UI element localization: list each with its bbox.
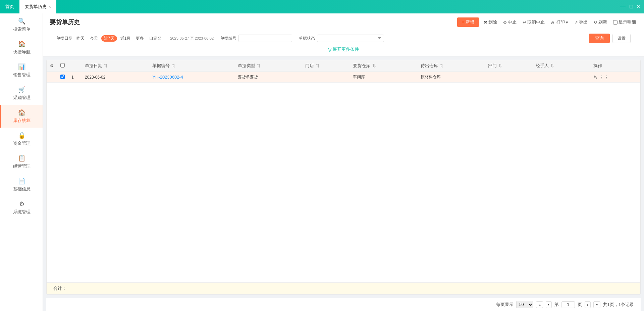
toolbar: + 新增 ✖ 删除 ⊘ 中止 ↩ 取消中止 🖨 打印 [457, 17, 637, 27]
topbar-controls: — □ × [620, 4, 644, 10]
sidebar-item-sales[interactable]: 📊 销售管理 [0, 59, 43, 82]
prev-page-button[interactable]: ‹ [546, 301, 552, 308]
sidebar-item-operation[interactable]: 📋 经营管理 [0, 150, 43, 173]
row-num: 1 [68, 72, 82, 83]
tab-history-label: 要货单历史 [25, 4, 47, 10]
sidebar-label-basic: 基础信息 [13, 186, 31, 192]
col-doctype[interactable]: 单据类型 ⇅ [234, 60, 302, 72]
new-button[interactable]: + 新增 [457, 17, 479, 27]
lock-icon: 🔒 [18, 132, 25, 139]
row-checkbox-cell [57, 72, 68, 83]
date-btn-yesterday[interactable]: 昨天 [74, 35, 87, 42]
expand-filter-button[interactable]: ⋁ 展开更多条件 [328, 46, 359, 52]
last-page-button[interactable]: » [593, 301, 600, 308]
stop-button[interactable]: ⊘ 中止 [502, 18, 518, 26]
tab-home[interactable]: 首页 [0, 0, 19, 13]
per-page-select[interactable]: 50 20 100 [516, 301, 533, 308]
sort-pending-warehouse-icon: ⇅ [440, 63, 443, 68]
cart-icon: 🛒 [18, 86, 25, 93]
row-department [485, 72, 532, 83]
sort-date-icon: ⇅ [104, 63, 108, 68]
filter-row-2: ⋁ 展开更多条件 [56, 44, 631, 52]
window-close-icon[interactable]: × [637, 4, 640, 10]
col-pending-warehouse[interactable]: 待出仓库 ⇅ [417, 60, 485, 72]
row-docno-link[interactable]: YH-20230602-4 [152, 75, 183, 80]
page-title-bar: 要货单历史 + 新增 ✖ 删除 ⊘ 中止 ↩ 取消中止 [50, 17, 637, 27]
row-more-icon[interactable]: ⋮⋮ [599, 75, 609, 80]
print-icon: 🖨 [551, 20, 555, 25]
row-edit-icon[interactable]: ✎ [593, 75, 597, 80]
col-date[interactable]: 单据日期 ⇅ [82, 60, 149, 72]
next-page-button[interactable]: › [585, 301, 591, 308]
first-page-button[interactable]: « [536, 301, 543, 308]
refresh-button[interactable]: ↻ 刷新 [592, 18, 608, 26]
sidebar-label-system: 系统管理 [13, 209, 31, 215]
sort-doctype-icon: ⇅ [257, 63, 261, 68]
content-area: 要货单历史 + 新增 ✖ 删除 ⊘ 中止 ↩ 取消中止 [43, 13, 644, 311]
print-label: 打印 [556, 19, 565, 25]
sidebar-item-search-menu[interactable]: 🔍 搜索菜单 [0, 13, 43, 36]
filter-area: 单据日期 昨天 今天 近7天 近1月 更多 自定义 2023-05-27 至 2… [50, 30, 637, 56]
row-checkbox[interactable] [60, 75, 65, 79]
show-detail-checkbox[interactable] [613, 20, 618, 25]
date-btn-more[interactable]: 更多 [134, 35, 146, 42]
show-detail-label: 显示明细 [619, 19, 636, 25]
delete-icon: ✖ [484, 20, 487, 25]
col-department[interactable]: 部门 ⇅ [485, 60, 532, 72]
date-btn-custom[interactable]: 自定义 [147, 35, 163, 42]
sidebar-item-finance[interactable]: 🔒 资金管理 [0, 128, 43, 150]
status-select[interactable] [317, 35, 384, 42]
show-detail-button[interactable]: 显示明细 [612, 18, 637, 26]
col-req-warehouse-label: 要货仓库 [353, 63, 370, 68]
col-req-warehouse[interactable]: 要货仓库 ⇅ [350, 60, 417, 72]
sidebar-item-quick-nav[interactable]: 🏠 快捷导航 [0, 36, 43, 59]
stop-icon: ⊘ [503, 20, 507, 25]
table-spacer [47, 83, 640, 282]
page-input[interactable] [561, 301, 575, 308]
date-btn-7days[interactable]: 近7天 [101, 35, 117, 42]
cancel-stop-label: 取消中止 [527, 19, 545, 25]
expand-icon: ⋁ [328, 47, 332, 52]
sidebar-item-purchase[interactable]: 🛒 采购管理 [0, 82, 43, 105]
date-btn-today[interactable]: 今天 [88, 35, 100, 42]
sidebar-item-inventory[interactable]: 🏠 库存核算 [0, 105, 43, 128]
sidebar-label-operation: 经营管理 [13, 163, 31, 169]
date-btn-1month[interactable]: 近1月 [118, 35, 133, 42]
filter-date-range: 2023-05-27 至 2023-06-02 [170, 36, 214, 41]
print-button[interactable]: 🖨 打印 ▾ [549, 18, 570, 26]
settings-button[interactable]: 设置 [612, 34, 631, 43]
export-button[interactable]: ↗ 导出 [573, 18, 589, 26]
select-all-checkbox[interactable] [60, 63, 65, 68]
tab-history[interactable]: 要货单历史 × [19, 0, 56, 13]
delete-button[interactable]: ✖ 删除 [482, 18, 498, 26]
sidebar-item-basic[interactable]: 📄 基础信息 [0, 173, 43, 196]
cancel-stop-button[interactable]: ↩ 取消中止 [521, 18, 546, 26]
doc-number-label: 单据编号 [220, 36, 236, 41]
status-filter-label: 单据状态 [299, 36, 315, 41]
date-filter-label: 单据日期 [56, 36, 72, 41]
row-pending-warehouse: 原材料仓库 [417, 72, 485, 83]
page-suffix: 页 [578, 302, 582, 308]
doc-number-input[interactable] [238, 35, 292, 42]
query-button[interactable]: 查询 [589, 34, 610, 43]
window-maximize-icon[interactable]: □ [630, 4, 633, 10]
col-store[interactable]: 门店 ⇅ [302, 60, 350, 72]
row-actions: ✎ ⋮⋮ [590, 72, 640, 83]
col-settings[interactable]: ⚙ [47, 60, 57, 72]
search-icon: 🔍 [18, 17, 25, 25]
filter-group-status: 单据状态 [299, 35, 384, 42]
row-settings [47, 72, 57, 83]
filter-row-1: 单据日期 昨天 今天 近7天 近1月 更多 自定义 2023-05-27 至 2… [56, 34, 631, 43]
export-label: 导出 [579, 19, 588, 25]
col-department-label: 部门 [488, 63, 497, 68]
date-buttons: 昨天 今天 近7天 近1月 更多 自定义 [74, 35, 163, 42]
data-table: ⚙ 单据日期 ⇅ 单据编号 ⇅ [47, 60, 640, 83]
sidebar-item-system[interactable]: ⚙ 系统管理 [0, 196, 43, 219]
tab-close-icon[interactable]: × [49, 4, 51, 9]
window-minimize-icon[interactable]: — [620, 4, 626, 10]
delete-label: 删除 [488, 19, 497, 25]
sidebar-label-purchase: 采购管理 [13, 95, 31, 101]
col-handler[interactable]: 经手人 ⇅ [532, 60, 590, 72]
col-docno[interactable]: 单据编号 ⇅ [149, 60, 234, 72]
filter-group-date: 单据日期 昨天 今天 近7天 近1月 更多 自定义 [56, 35, 163, 42]
